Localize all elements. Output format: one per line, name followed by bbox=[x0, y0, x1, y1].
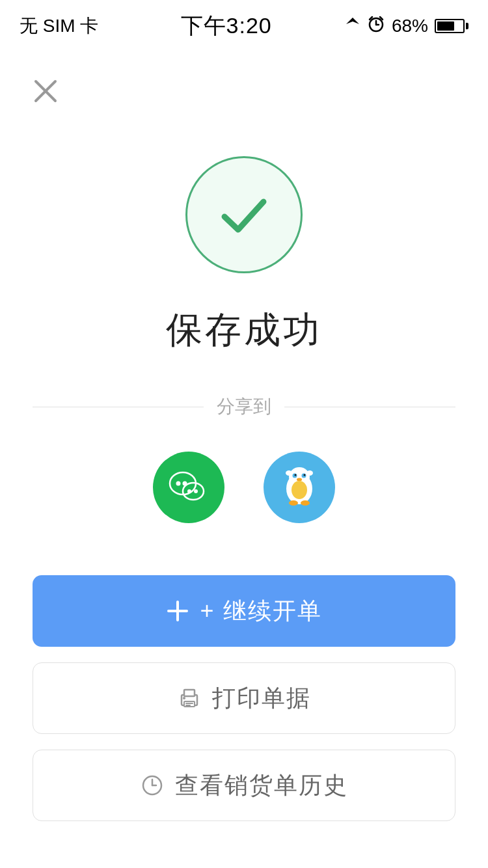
svg-point-25 bbox=[306, 470, 313, 476]
alarm-icon bbox=[367, 15, 385, 38]
share-divider: 分享到 bbox=[33, 394, 455, 419]
history-button[interactable]: 查看销货单历史 bbox=[33, 750, 455, 821]
divider-line-right bbox=[284, 407, 455, 407]
status-left: 无 SIM 卡 bbox=[20, 14, 107, 38]
svg-point-21 bbox=[291, 481, 307, 499]
status-time: 下午3:20 bbox=[181, 11, 272, 41]
qq-share-button[interactable] bbox=[264, 452, 335, 523]
close-button[interactable] bbox=[20, 65, 72, 117]
divider-line-left bbox=[33, 407, 204, 407]
print-label: 打印单据 bbox=[212, 683, 311, 714]
share-icons-row bbox=[153, 452, 335, 523]
svg-point-12 bbox=[187, 489, 191, 493]
battery-percentage: 68% bbox=[392, 16, 428, 36]
svg-point-22 bbox=[289, 500, 298, 506]
carrier-text: 无 SIM 卡 bbox=[20, 14, 98, 38]
history-label: 查看销货单历史 bbox=[175, 770, 348, 802]
svg-point-33 bbox=[183, 697, 185, 699]
svg-point-19 bbox=[304, 474, 306, 476]
svg-point-13 bbox=[194, 489, 198, 493]
svg-rect-29 bbox=[184, 690, 195, 696]
main-content: 保存成功 分享到 bbox=[0, 117, 488, 868]
print-button[interactable]: 打印单据 bbox=[33, 662, 455, 734]
status-right: 68% bbox=[345, 15, 468, 38]
success-title: 保存成功 bbox=[166, 306, 322, 355]
svg-point-18 bbox=[295, 474, 297, 476]
continue-label: + 继续开单 bbox=[200, 595, 321, 627]
share-label: 分享到 bbox=[217, 394, 271, 419]
continue-button[interactable]: + 继续开单 bbox=[33, 575, 455, 647]
wechat-share-button[interactable] bbox=[153, 452, 224, 523]
svg-point-20 bbox=[297, 478, 302, 481]
svg-point-24 bbox=[286, 470, 292, 476]
status-bar: 无 SIM 卡 下午3:20 68% bbox=[0, 0, 488, 52]
location-icon bbox=[345, 16, 360, 36]
svg-point-23 bbox=[301, 500, 310, 506]
success-icon-circle bbox=[185, 156, 303, 273]
svg-point-9 bbox=[176, 481, 181, 486]
battery-icon bbox=[435, 19, 468, 33]
